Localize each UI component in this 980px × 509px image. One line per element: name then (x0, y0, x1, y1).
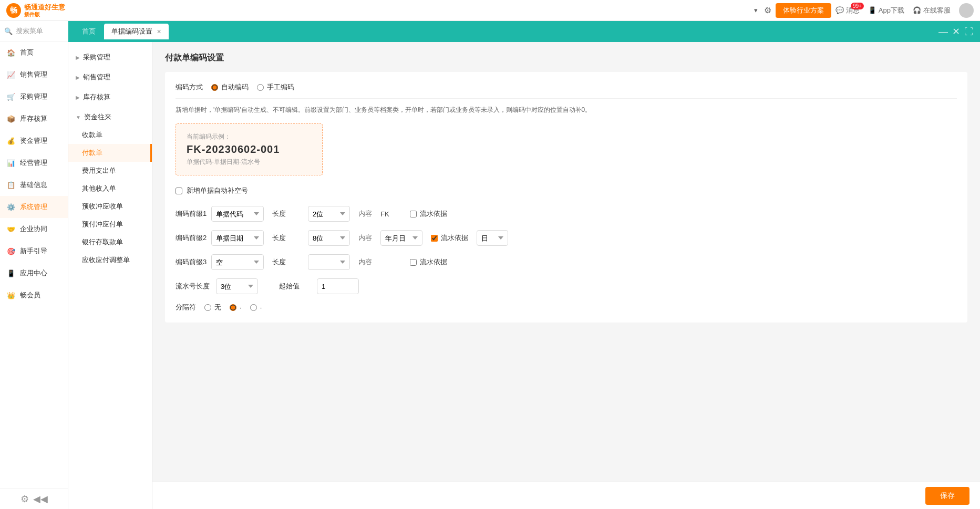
sub-menu-item-other-income[interactable]: 其他收入单 (68, 180, 152, 198)
length1-select-wrap: 2位 (308, 206, 350, 222)
enterprise-icon: 🤝 (6, 224, 16, 234)
sep-dot[interactable]: · (230, 304, 242, 311)
serial1-check: 流水依据 (410, 209, 447, 219)
tab-close-btn[interactable]: ✕ (157, 28, 161, 35)
main-content: 付款单编码设置 编码方式 自动编码 (152, 42, 980, 482)
sidebar-menu: 🏠 首页 📈 销售管理 🛒 采购管理 📦 库存核算 💰 资金管理 📊 经 (0, 41, 68, 489)
sub-menu-capital-label: 资金往来 (84, 112, 111, 122)
sub-menu-group-purchase: ▶ 采购管理 (68, 48, 152, 66)
length1-select[interactable]: 2位 (308, 206, 350, 222)
length3-select[interactable] (308, 254, 350, 270)
content2-label: 内容 (358, 233, 372, 243)
sep-dot-label: · (240, 304, 242, 311)
sidebar-item-finance[interactable]: 💰 资金管理 (0, 130, 68, 152)
top-bar-right: 💬 消息 99+ 📱 App下载 🎧 在线客服 (835, 3, 974, 18)
sep-none-radio[interactable] (204, 304, 211, 311)
save-button[interactable]: 保存 (925, 487, 969, 505)
sidebar-item-inventory[interactable]: 📦 库存核算 (0, 108, 68, 130)
sep-dash-radio[interactable] (250, 304, 257, 311)
close-btn[interactable]: ✕ (952, 26, 960, 37)
message-item[interactable]: 💬 消息 99+ (835, 6, 860, 15)
settings-bottom-icon[interactable]: ⚙ (20, 493, 29, 505)
length2-group: 长度 8位 (272, 230, 350, 246)
manual-radio-label: 手工编码 (267, 82, 294, 92)
collapse-icon[interactable]: ◀◀ (33, 493, 48, 505)
dropdown-text: ▾ (754, 6, 758, 14)
content3-group: 内容 (358, 257, 401, 267)
auto-radio-item[interactable]: 自动编码 (211, 82, 249, 92)
sidebar-item-system[interactable]: ⚙️ 系统管理 (0, 196, 68, 218)
sub-menu-group-inventory: ▶ 库存核算 (68, 88, 152, 106)
serial-length-select[interactable]: 3位 (216, 278, 258, 294)
prefix1-select-wrap: 单据代码 (211, 206, 264, 222)
start-value-input[interactable] (317, 278, 359, 294)
prefix3-select[interactable]: 空 (211, 254, 264, 270)
sidebar-item-sales[interactable]: 📈 销售管理 (0, 64, 68, 86)
sales-arrow: ▶ (76, 75, 80, 80)
sidebar-item-label: 企业协同 (20, 224, 47, 234)
settings-icon[interactable]: ⚙ (764, 5, 771, 15)
length2-select[interactable]: 8位 (308, 230, 350, 246)
serial2-label: 流水依据 (441, 233, 468, 243)
serial1-checkbox[interactable] (410, 211, 417, 217)
prefix1-select[interactable]: 单据代码 (211, 206, 264, 222)
sidebar-item-basic[interactable]: 📋 基础信息 (0, 174, 68, 196)
length1-label: 长度 (272, 209, 304, 219)
online-service-label: 在线客服 (923, 6, 951, 15)
app-subname: 插件版 (24, 11, 65, 18)
manual-radio-input[interactable] (257, 84, 264, 91)
maximize-btn[interactable]: ⛶ (964, 26, 974, 37)
user-avatar[interactable] (959, 3, 974, 18)
sep-none-label: 无 (214, 303, 221, 312)
tab-encoding[interactable]: 单据编码设置 ✕ (104, 24, 169, 39)
serial-length-label: 流水号长度 (176, 282, 210, 291)
prefix2-select[interactable]: 单据日期 (211, 230, 264, 246)
sidebar-item-home[interactable]: 🏠 首页 (0, 41, 68, 64)
tab-home[interactable]: 首页 (75, 24, 103, 39)
auto-radio-input[interactable] (211, 84, 218, 91)
sub-menu-sales[interactable]: ▶ 销售管理 (68, 68, 152, 86)
period-select[interactable]: 日 月 年 (477, 230, 508, 246)
sidebar-item-purchase[interactable]: 🛒 采购管理 (0, 86, 68, 108)
sidebar-item-operations[interactable]: 📊 经营管理 (0, 152, 68, 174)
manual-radio-item[interactable]: 手工编码 (257, 82, 294, 92)
sub-menu-item-expense[interactable]: 费用支出单 (68, 162, 152, 180)
sub-menu-inventory-label: 库存核算 (83, 92, 110, 102)
sub-menu-item-bank[interactable]: 银行存取款单 (68, 233, 152, 251)
sub-menu-item-payable-adjust[interactable]: 应收应付调整单 (68, 251, 152, 269)
sub-menu-item-advance-receivable[interactable]: 预收冲应收单 (68, 198, 152, 215)
experience-btn[interactable]: 体验行业方案 (776, 3, 831, 18)
sidebar-search[interactable]: 🔍 搜索菜单 (0, 21, 68, 41)
content2-select[interactable]: 年月日 (380, 230, 422, 246)
sep-dot-radio[interactable] (230, 304, 236, 311)
sub-menu-item-advance-payable[interactable]: 预付冲应付单 (68, 215, 152, 233)
serial3-checkbox[interactable] (410, 259, 417, 266)
sep-none[interactable]: 无 (204, 303, 221, 312)
sub-menu-group-sales: ▶ 销售管理 (68, 68, 152, 86)
sub-menu-capital[interactable]: ▼ 资金往来 (68, 108, 152, 126)
sidebar-item-label: 畅会员 (20, 290, 40, 300)
tab-bar-buttons: — ✕ ⛶ (938, 26, 974, 37)
sub-menu-item-receipt[interactable]: 收款单 (68, 126, 152, 144)
sub-menu-inventory[interactable]: ▶ 库存核算 (68, 88, 152, 106)
length2-label: 长度 (272, 233, 304, 243)
auto-fill-checkbox[interactable] (176, 188, 182, 194)
serial2-checkbox[interactable] (431, 235, 438, 242)
footer-bar: 保存 (152, 482, 980, 509)
sub-menu-item-payment[interactable]: 付款单 (68, 144, 152, 162)
minimize-btn[interactable]: — (938, 26, 948, 37)
prefix-row-3: 编码前缀3 空 长度 (176, 254, 957, 270)
prefix-row-1: 编码前缀1 单据代码 长度 (176, 206, 957, 222)
app-download-item[interactable]: 📱 App下载 (868, 6, 904, 15)
sidebar-item-enterprise[interactable]: 🤝 企业协同 (0, 218, 68, 240)
sub-menu-purchase[interactable]: ▶ 采购管理 (68, 48, 152, 66)
prefix1-group: 编码前缀1 单据代码 (176, 206, 264, 222)
sidebar-item-apps[interactable]: 📱 应用中心 (0, 262, 68, 284)
online-service-item[interactable]: 🎧 在线客服 (913, 6, 951, 15)
dropdown-selector[interactable]: ▾ ⚙ (754, 5, 771, 15)
sub-sidebar: ▶ 采购管理 ▶ 销售管理 ▶ 库存核算 (68, 42, 152, 509)
sidebar-item-member[interactable]: 👑 畅会员 (0, 284, 68, 306)
settings-card: 编码方式 自动编码 手工编码 (165, 72, 967, 323)
sidebar-item-guide[interactable]: 🎯 新手引导 (0, 240, 68, 262)
sep-dash[interactable]: · (250, 304, 262, 311)
